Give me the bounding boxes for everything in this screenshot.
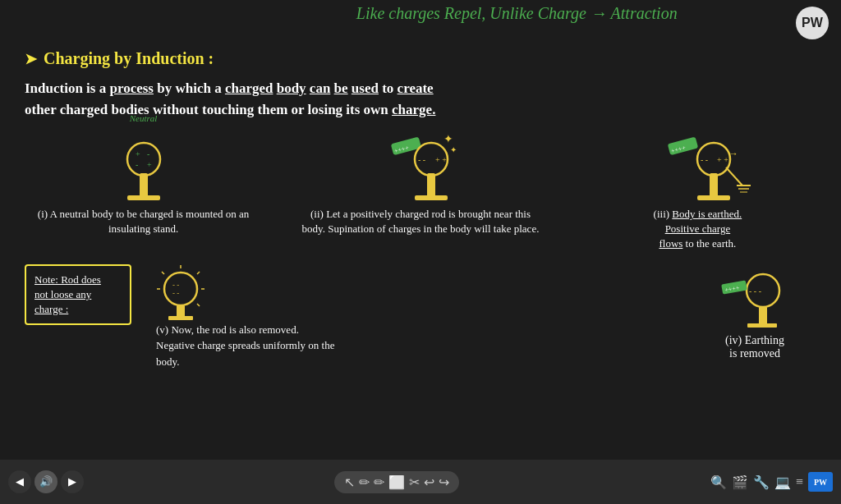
svg-text:-  -: - - bbox=[172, 289, 179, 297]
svg-rect-38 bbox=[168, 316, 193, 320]
media-icon[interactable]: 🎬 bbox=[732, 474, 748, 490]
top-banner-text: Like charges Repel, Unlike Charge → Attr… bbox=[356, 4, 678, 22]
svg-diagram-2: ++++ - - + + ✦ ✦ bbox=[388, 128, 470, 202]
svg-rect-18 bbox=[710, 173, 718, 198]
svg-line-33 bbox=[162, 272, 164, 274]
section-title-text: Charging by Induction : bbox=[44, 49, 214, 68]
svg-point-28 bbox=[164, 273, 197, 305]
volume-button[interactable]: 🔊 bbox=[34, 470, 57, 493]
svg-text:-: - bbox=[147, 149, 149, 158]
svg-rect-1 bbox=[127, 195, 160, 200]
taskbar-center[interactable]: ↖ ✏ ✏ ⬜ ✂ ↩ ↪ bbox=[334, 471, 459, 493]
svg-rect-19 bbox=[697, 195, 730, 200]
diagram-3: ++++ - - + + → bbox=[664, 128, 730, 202]
taskbar: ◀ 🔊 ▶ ↖ ✏ ✏ ⬜ ✂ ↩ ↪ 🔍 🎬 🔧 💻 ≡ PW bbox=[0, 460, 841, 504]
taskbar-right[interactable]: 🔍 🎬 🔧 💻 ≡ PW bbox=[710, 472, 833, 492]
cursor-tool[interactable]: ↖ bbox=[344, 474, 355, 490]
svg-text:- -: - - bbox=[418, 155, 425, 164]
neutral-label: Neutral bbox=[130, 113, 158, 123]
step-iv-label: (iv) Earthingis removed bbox=[725, 334, 784, 360]
scissors-tool[interactable]: ✂ bbox=[409, 474, 420, 490]
pen-tool[interactable]: ✏ bbox=[359, 474, 370, 490]
svg-rect-44 bbox=[747, 323, 777, 328]
diagram-text-1: (i) A neutral body to be charged is moun… bbox=[25, 207, 262, 236]
marker-tool[interactable]: ✏ bbox=[374, 474, 384, 490]
main-content: Like charges Repel, Unlike Charge → Attr… bbox=[0, 0, 841, 460]
svg-text:+: + bbox=[147, 160, 152, 169]
step-v-col: - - - - (v) Now, the rod is also removed… bbox=[156, 264, 337, 370]
svg-rect-43 bbox=[759, 307, 767, 325]
svg-line-32 bbox=[197, 304, 200, 306]
arrow-icon: ➤ bbox=[25, 50, 37, 68]
bottom-row: Note: Rod doesnot loose anycharge : - - … bbox=[25, 264, 816, 370]
redo-button[interactable]: ↪ bbox=[439, 474, 449, 490]
svg-diagram-5: - - - - bbox=[156, 264, 230, 322]
diagram-col-2: ++++ - - + + ✦ ✦ (ii) Let a positively c… bbox=[301, 128, 539, 236]
svg-text:+ +: + + bbox=[717, 155, 728, 164]
step-iv-col: ++++ - - - (iv) Earthingis removed bbox=[718, 264, 792, 360]
svg-line-23 bbox=[726, 167, 742, 186]
menu-icon[interactable]: ≡ bbox=[796, 474, 803, 489]
diagram-col-1: Neutral + - - + (i) A neutral body to be… bbox=[25, 128, 262, 236]
svg-text:-  -: - - bbox=[172, 281, 179, 289]
svg-text:+ +: + + bbox=[435, 155, 447, 164]
undo-button[interactable]: ↩ bbox=[424, 474, 434, 490]
diagram-col-3: ++++ - - + + → bbox=[579, 128, 816, 252]
svg-rect-0 bbox=[140, 173, 148, 198]
svg-text:✦: ✦ bbox=[450, 145, 457, 154]
diagrams-row: Neutral + - - + (i) A neutral body to be… bbox=[25, 128, 816, 252]
note-text: Note: Rod doesnot loose anycharge : bbox=[34, 273, 101, 315]
zoom-icon[interactable]: 🔍 bbox=[710, 474, 727, 490]
note-box: Note: Rod doesnot loose anycharge : bbox=[25, 264, 131, 326]
step-iv-text: (iv) Earthingis removed bbox=[725, 334, 784, 360]
next-button[interactable]: ▶ bbox=[61, 470, 84, 493]
diagram-text-2: (ii) Let a positively charged rod is bro… bbox=[301, 207, 539, 236]
taskbar-left[interactable]: ◀ 🔊 ▶ bbox=[8, 470, 84, 493]
display-icon[interactable]: 💻 bbox=[774, 474, 791, 490]
svg-text:- - -: - - - bbox=[749, 286, 761, 296]
top-banner: Like charges Repel, Unlike Charge → Attr… bbox=[356, 4, 678, 23]
step-v-text: (v) Now, the rod is also removed. Negati… bbox=[156, 322, 337, 370]
svg-rect-9 bbox=[427, 173, 435, 198]
diagram-2: ++++ - - + + ✦ ✦ bbox=[388, 128, 453, 202]
svg-point-2 bbox=[127, 143, 160, 176]
diagram-text-3: (iii) Body is earthed. Positive charge f… bbox=[654, 207, 742, 252]
svg-text:++++: ++++ bbox=[724, 283, 741, 293]
svg-rect-37 bbox=[177, 305, 185, 318]
svg-diagram-3: ++++ - - + + → bbox=[664, 128, 755, 202]
svg-text:-: - bbox=[136, 160, 138, 169]
rectangle-tool[interactable]: ⬜ bbox=[388, 474, 405, 490]
svg-diagram-1: + - - + bbox=[111, 128, 177, 202]
svg-line-30 bbox=[197, 272, 200, 274]
svg-text:- -: - - bbox=[701, 155, 708, 164]
pw-logo-top: PW bbox=[796, 7, 829, 39]
settings-icon[interactable]: 🔧 bbox=[753, 474, 770, 490]
svg-diagram-4: ++++ - - - bbox=[718, 264, 792, 330]
svg-text:+: + bbox=[136, 149, 140, 158]
diagram-1: Neutral + - - + bbox=[111, 128, 177, 202]
prev-button[interactable]: ◀ bbox=[8, 470, 31, 493]
svg-text:→: → bbox=[728, 148, 738, 159]
section-title: ➤ Charging by Induction : bbox=[25, 49, 816, 68]
svg-rect-10 bbox=[415, 195, 448, 200]
svg-text:✦: ✦ bbox=[443, 133, 453, 145]
pw-logo-bottom: PW bbox=[808, 472, 833, 492]
